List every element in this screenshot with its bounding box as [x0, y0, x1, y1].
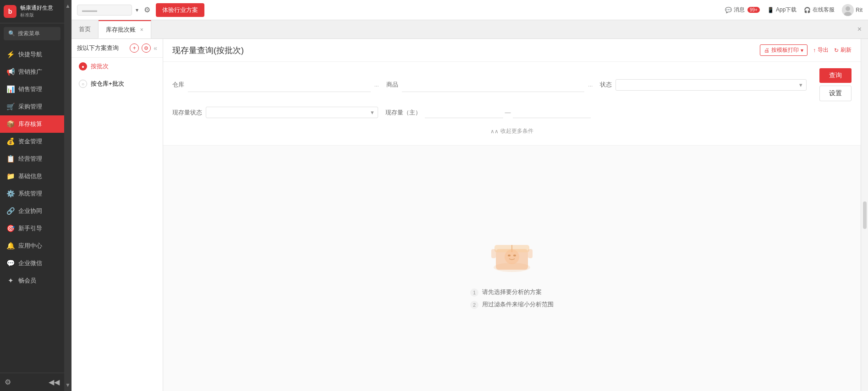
inventory-status-field: 现存量状态 ▾	[172, 107, 378, 118]
main-content: ▬▬▬ ▾ ⚙ 体验行业方案 💬 消息 99+ 📱 App下载 🎧 在线客服	[71, 0, 868, 391]
product-input[interactable]	[405, 79, 582, 90]
sidebar-item-label: 企业微信	[18, 259, 42, 267]
user-menu[interactable]: Rit	[842, 4, 863, 16]
print-btn[interactable]: 🖨 按模板打印 ▾	[760, 44, 808, 56]
export-btn[interactable]: ↑ 导出	[813, 46, 829, 54]
inventory-status-arrow: ▾	[371, 109, 374, 116]
scroll-down-icon[interactable]: ▼	[64, 381, 71, 389]
sidebar-header: b 畅康通好生意 标准版	[0, 0, 64, 23]
inventory-qty-label: 现存量（主）	[385, 109, 421, 117]
sidebar-item-purchase[interactable]: 🛒 采购管理	[0, 98, 64, 115]
newcomer-icon: 🎯	[6, 224, 15, 233]
settings-btn[interactable]: 设置	[819, 86, 852, 101]
online-service-btn[interactable]: 🎧 在线客服	[804, 6, 835, 14]
sidebar-item-finance[interactable]: 💰 资金管理	[0, 133, 64, 150]
inventory-qty-min[interactable]	[425, 107, 503, 118]
tip-2-text: 用过滤条件来缩小分析范围	[482, 300, 554, 309]
status-dropdown[interactable]: ▾	[615, 79, 807, 91]
filter-row-2: 现存量状态 ▾ 现存量（主） —	[172, 107, 852, 118]
filter-row-1: 仓库 ... 商品 ...	[172, 68, 852, 101]
action-buttons: 查询 设置	[819, 68, 852, 101]
sidebar-search-btn[interactable]: 🔍 搜索菜单	[4, 27, 60, 40]
left-panel-title: 按以下方案查询	[77, 44, 119, 52]
product-more-icon[interactable]: ...	[588, 81, 593, 88]
collapse-label: 收起更多条件	[500, 127, 533, 135]
empty-svg	[484, 224, 539, 279]
tab-inventory-batch[interactable]: 库存批次账 ×	[99, 20, 151, 38]
plan-settings-icon[interactable]: ⚙	[142, 43, 151, 53]
export-icon: ↑	[813, 47, 816, 54]
phone-icon: 📱	[767, 7, 774, 13]
collapse-up-icon: ∧∧	[490, 128, 499, 135]
sidebar-item-basic-info[interactable]: 📁 基础信息	[0, 168, 64, 185]
settings-icon[interactable]: ⚙	[5, 378, 11, 386]
sidebar-scrollbar: ▲ ▼	[64, 0, 71, 391]
sidebar-item-quick-nav[interactable]: ⚡ 快捷导航	[0, 46, 64, 63]
collapse-sidebar-icon[interactable]: ◀◀	[49, 378, 60, 386]
sidebar-item-app-center[interactable]: 🔔 应用中心	[0, 237, 64, 255]
plan-item-by-warehouse-batch[interactable]: ○ 按仓库+批次	[71, 75, 163, 92]
sidebar-item-enterprise-wechat[interactable]: 💬 企业微信	[0, 255, 64, 272]
inventory-qty-field: 现存量（主） —	[385, 107, 591, 118]
sidebar-footer: ⚙ ◀◀	[0, 373, 64, 391]
sidebar-item-label: 新手引导	[18, 224, 42, 233]
tab-home[interactable]: 首页	[71, 21, 99, 38]
tab-close-icon[interactable]: ×	[140, 27, 143, 33]
close-panel-icon[interactable]: ×	[851, 21, 868, 38]
refresh-btn[interactable]: ↻ 刷新	[834, 46, 852, 54]
trial-btn[interactable]: 体验行业方案	[156, 3, 204, 17]
tip-1-num: 1	[470, 288, 478, 297]
messages-btn[interactable]: 💬 消息 99+	[725, 6, 760, 14]
sales-icon: 📊	[6, 85, 15, 93]
page-title: 现存量查询(按批次)	[172, 45, 244, 56]
tab-home-label: 首页	[79, 26, 91, 33]
scroll-up-icon[interactable]: ▲	[64, 2, 71, 10]
topbar-gear-icon[interactable]: ⚙	[144, 5, 150, 14]
empty-tip-2: 2 用过滤条件来缩小分析范围	[470, 300, 554, 309]
filter-area: 仓库 ... 商品 ...	[163, 62, 861, 146]
headset-icon: 🎧	[804, 7, 811, 13]
sidebar-item-label: 系统管理	[18, 190, 42, 198]
sidebar-item-marketing[interactable]: 📢 营销推广	[0, 63, 64, 81]
sidebar-item-sales[interactable]: 📊 销售管理	[0, 81, 64, 98]
svg-point-8	[508, 255, 511, 256]
query-btn[interactable]: 查询	[819, 68, 852, 83]
export-label: 导出	[818, 46, 829, 54]
plan-label: 按仓库+批次	[91, 80, 124, 88]
app-version: 标准版	[20, 12, 53, 18]
inventory-qty-max[interactable]	[513, 107, 591, 118]
app-info: 畅康通好生意 标准版	[20, 5, 53, 18]
sidebar-item-enterprise[interactable]: 🔗 企业协同	[0, 202, 64, 220]
svg-rect-10	[491, 249, 496, 258]
sidebar-item-members[interactable]: ✦ 畅会员	[0, 272, 64, 289]
collapse-filter-btn[interactable]: ∧∧ 收起更多条件	[487, 124, 537, 139]
status-label: 状态	[600, 81, 612, 89]
collapse-filter-row: ∧∧ 收起更多条件	[172, 124, 852, 139]
add-plan-icon[interactable]: +	[130, 43, 139, 53]
plan-label: 按批次	[91, 62, 109, 71]
empty-tips: 1 请先选择要分析的方案 2 用过滤条件来缩小分析范围	[470, 288, 554, 313]
status-field: 状态 ▾	[600, 79, 807, 91]
plan-item-by-batch[interactable]: ● 按批次	[71, 58, 163, 75]
topbar: ▬▬▬ ▾ ⚙ 体验行业方案 💬 消息 99+ 📱 App下载 🎧 在线客服	[71, 0, 868, 20]
sidebar-item-inventory[interactable]: 📦 库存核算	[0, 115, 64, 133]
left-panel-icons: + ⚙ «	[130, 43, 157, 53]
page-header: 现存量查询(按批次) 🖨 按模板打印 ▾ ↑ 导出 ↻ 刷新	[163, 39, 861, 62]
scroll-thumb[interactable]	[863, 201, 867, 229]
warehouse-more-icon[interactable]: ...	[374, 81, 379, 88]
sidebar-item-newcomer[interactable]: 🎯 新手引导	[0, 220, 64, 237]
collapse-left-panel-icon[interactable]: «	[154, 44, 157, 52]
topbar-dropdown-icon[interactable]: ▾	[136, 7, 138, 13]
sidebar: b 畅康通好生意 标准版 🔍 搜索菜单 ⚡ 快捷导航 📢 营销推广 📊 销售管理…	[0, 0, 64, 391]
enterprise-icon: 🔗	[6, 207, 15, 215]
logo-text: b	[8, 8, 12, 15]
inventory-status-dropdown[interactable]: ▾	[206, 107, 378, 118]
messages-badge: 99+	[747, 7, 760, 13]
app-download-btn[interactable]: 📱 App下载	[767, 6, 797, 14]
sidebar-item-label: 经营管理	[18, 155, 42, 163]
sidebar-item-operations[interactable]: 📋 经营管理	[0, 150, 64, 168]
warehouse-input[interactable]	[191, 79, 368, 90]
print-dropdown-icon: ▾	[801, 47, 803, 54]
left-panel: 按以下方案查询 + ⚙ « ● 按批次 ○ 按仓库+批次	[71, 39, 163, 391]
sidebar-item-system[interactable]: ⚙️ 系统管理	[0, 185, 64, 202]
